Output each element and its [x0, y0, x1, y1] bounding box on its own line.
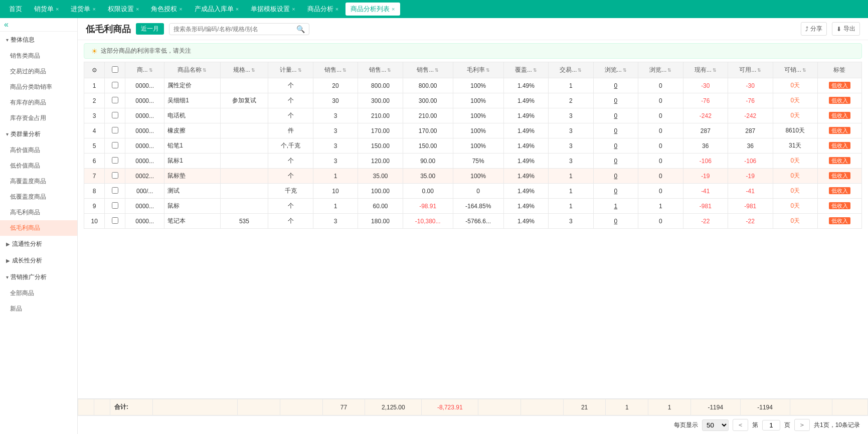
sidebar-item-traded-products[interactable]: 交易过的商品 [0, 64, 77, 79]
row-views1[interactable]: 0 [593, 138, 638, 154]
sidebar-item-category-sales-rate[interactable]: 商品分类助销率 [0, 79, 77, 95]
sidebar-item-high-coverage[interactable]: 高覆盖度商品 [0, 174, 77, 189]
sidebar-item-low-value[interactable]: 低价值商品 [0, 158, 77, 174]
share-button[interactable]: ⤴ 分享 [801, 22, 827, 36]
views1-link[interactable]: 0 [614, 142, 618, 150]
row-views1[interactable]: 0 [593, 214, 638, 229]
next-page-btn[interactable]: ＞ [794, 419, 810, 431]
row-views1[interactable]: 0 [593, 169, 638, 184]
sort-icon-12[interactable]: ⇅ [667, 68, 671, 73]
row-select-checkbox[interactable] [112, 202, 118, 209]
row-checkbox[interactable] [105, 108, 125, 123]
export-button[interactable]: ⬇ 导出 [832, 22, 860, 36]
sidebar-collapse-btn[interactable]: « [4, 20, 9, 29]
views1-link[interactable]: 0 [614, 158, 618, 165]
per-page-select[interactable]: 50 100 200 [702, 419, 729, 431]
row-views1[interactable]: 0 [593, 123, 638, 138]
sidebar-item-high-margin[interactable]: 高毛利商品 [0, 205, 77, 220]
sort-icon-3[interactable]: ⇅ [251, 68, 255, 73]
row-name[interactable]: 吴细细1 [164, 93, 220, 108]
row-checkbox[interactable] [105, 93, 125, 108]
nav-permissions[interactable]: 权限设置× [103, 3, 144, 16]
row-name[interactable]: 鼠标垫 [164, 169, 220, 184]
sidebar-item-stocked-products[interactable]: 有库存的商品 [0, 95, 77, 110]
row-name[interactable]: 笔记本 [164, 214, 220, 229]
sort-icon-2[interactable]: ⇅ [203, 68, 207, 73]
nav-sales[interactable]: 销货单× [29, 3, 64, 16]
row-name[interactable]: 鼠标 [164, 199, 220, 214]
search-box[interactable]: 🔍 [169, 23, 309, 35]
row-name[interactable]: 鼠标1 [164, 154, 220, 169]
row-select-checkbox[interactable] [112, 112, 118, 118]
sidebar-group-cluster[interactable]: ▾ 类群量分析 [0, 126, 77, 142]
row-checkbox[interactable] [105, 214, 125, 229]
sidebar-item-inventory-capital[interactable]: 库存资金占用 [0, 110, 77, 126]
sort-icon-13[interactable]: ⇅ [713, 68, 717, 73]
sort-icon-14[interactable]: ⇅ [757, 68, 761, 73]
select-all-checkbox[interactable] [112, 66, 118, 73]
row-checkbox[interactable] [105, 184, 125, 199]
search-icon[interactable]: 🔍 [296, 25, 305, 33]
views1-link[interactable]: 0 [614, 82, 618, 89]
col-checkbox[interactable] [105, 62, 125, 78]
sidebar-item-high-value[interactable]: 高价值商品 [0, 142, 77, 158]
row-views1[interactable]: 0 [593, 154, 638, 169]
row-views1[interactable]: 0 [593, 108, 638, 123]
views1-link[interactable]: 0 [614, 218, 618, 225]
views1-link[interactable]: 0 [614, 112, 618, 119]
sidebar-item-all-products[interactable]: 全部商品 [0, 285, 77, 301]
views1-link[interactable]: 0 [614, 127, 618, 134]
sort-icon-8[interactable]: ⇅ [486, 68, 490, 73]
row-select-checkbox[interactable] [112, 97, 118, 103]
row-select-checkbox[interactable] [112, 142, 118, 149]
nav-home[interactable]: 首页 [4, 3, 27, 16]
row-select-checkbox[interactable] [112, 127, 118, 133]
row-views1[interactable]: 0 [593, 184, 638, 199]
sidebar-group-growth[interactable]: ▶ 成长性分析 [0, 252, 77, 269]
row-name[interactable]: 测试 [164, 184, 220, 199]
views1-link[interactable]: 0 [614, 188, 618, 195]
sort-icon-15[interactable]: ⇅ [802, 68, 806, 73]
sort-icon-5[interactable]: ⇅ [342, 68, 346, 73]
row-checkbox[interactable] [105, 78, 125, 93]
row-name[interactable]: 铅笔1 [164, 138, 220, 154]
row-checkbox[interactable] [105, 169, 125, 184]
row-views1[interactable]: 0 [593, 93, 638, 108]
row-select-checkbox[interactable] [112, 172, 118, 179]
row-name[interactable]: 属性定价 [164, 78, 220, 93]
row-select-checkbox[interactable] [112, 217, 118, 224]
row-select-checkbox[interactable] [112, 157, 118, 164]
nav-purchase[interactable]: 进货单× [66, 3, 100, 16]
sort-icon-11[interactable]: ⇅ [623, 68, 627, 73]
sidebar-group-overall[interactable]: ▾ 整体信息 [0, 32, 77, 48]
views1-link[interactable]: 0 [614, 97, 618, 104]
row-checkbox[interactable] [105, 138, 125, 154]
row-select-checkbox[interactable] [112, 82, 118, 88]
views1-link[interactable]: 0 [614, 173, 618, 180]
search-input[interactable] [173, 26, 294, 33]
nav-product-entry[interactable]: 产成品入库单× [190, 3, 244, 16]
sidebar-item-low-margin[interactable]: 低毛利商品 [0, 220, 77, 236]
period-button[interactable]: 近一月 [136, 23, 164, 35]
row-name[interactable]: 电话机 [164, 108, 220, 123]
sidebar-item-low-coverage[interactable]: 低覆盖度商品 [0, 189, 77, 205]
views1-link[interactable]: 1 [614, 203, 618, 210]
sidebar-item-sales-products[interactable]: 销售类商品 [0, 48, 77, 64]
row-views1[interactable]: 0 [593, 78, 638, 93]
sort-icon-4[interactable]: ⇅ [298, 68, 302, 73]
nav-role-auth[interactable]: 角色授权× [146, 3, 187, 16]
sort-icon[interactable]: ⇅ [149, 68, 153, 73]
prev-page-btn[interactable]: ＜ [733, 419, 748, 431]
row-checkbox[interactable] [105, 199, 125, 214]
sidebar-group-marketing[interactable]: ▾ 营销推广分析 [0, 269, 77, 285]
row-name[interactable]: 橡皮擦 [164, 123, 220, 138]
row-select-checkbox[interactable] [112, 187, 118, 194]
nav-product-analysis[interactable]: 商品分析× [302, 3, 343, 16]
nav-product-analysis-list[interactable]: 商品分析列表× [345, 3, 400, 16]
col-settings[interactable]: ⚙ [84, 62, 105, 78]
sort-icon-6[interactable]: ⇅ [387, 68, 391, 73]
row-checkbox[interactable] [105, 154, 125, 169]
row-checkbox[interactable] [105, 123, 125, 138]
sort-icon-9[interactable]: ⇅ [533, 68, 537, 73]
sort-icon-7[interactable]: ⇅ [435, 68, 439, 73]
